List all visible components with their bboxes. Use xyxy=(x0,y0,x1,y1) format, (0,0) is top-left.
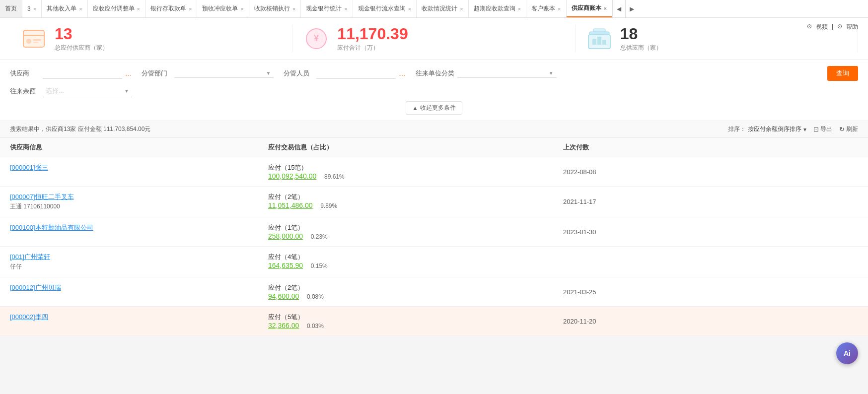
supplier-link-4[interactable]: [001]广州荣轩 xyxy=(10,253,50,261)
last-pay-1: 2022-08-08 xyxy=(563,168,858,176)
tx-amount-6[interactable]: 32,366.00 xyxy=(268,322,299,329)
person-label: 分管人员 xyxy=(284,69,313,78)
tx-info-1: 应付（15笔） 100,092,540.00 89.61% xyxy=(268,163,563,180)
nav-tab-customer-close[interactable]: × xyxy=(558,6,561,12)
supplier-dots-btn[interactable]: ... xyxy=(125,69,132,78)
export-btn[interactable]: ⊡ 导出 xyxy=(813,125,832,133)
nav-tab-overdue-label: 超期应收款查询 xyxy=(474,4,515,13)
filter-supplier: 供应商 ... xyxy=(10,68,132,79)
svg-rect-3 xyxy=(33,39,41,41)
category-select[interactable]: ▼ xyxy=(457,69,557,78)
results-summary: 搜索结果中，供应商13家 应付金额 111,703,854.00元 xyxy=(10,125,150,133)
table-row[interactable]: [000012]广州贝瑞 应付（2笔） 94,600.00 0.08% 2021… xyxy=(0,277,868,307)
search-button[interactable]: 查询 xyxy=(827,66,858,81)
nav-tab-prepay[interactable]: 预收冲应收单 × xyxy=(197,0,249,17)
payable-suppliers-number: 13 xyxy=(55,26,108,42)
col-header-last-pay: 上次付数 xyxy=(563,143,858,152)
nav-tab-cash-bank-flow-close[interactable]: × xyxy=(408,6,411,12)
refresh-icon: ↻ xyxy=(839,126,845,133)
supplier-link-2[interactable]: [000007]恒旺二手叉车 xyxy=(10,193,74,200)
sort-control: 排序： 按应付余额倒序排序 ▾ xyxy=(728,125,806,133)
tx-percent-4: 0.15% xyxy=(311,263,328,269)
nav-arrow-right[interactable]: ▶ xyxy=(625,0,638,17)
nav-tab-3[interactable]: 3 × xyxy=(22,0,42,17)
supplier-link-6[interactable]: [000002]李四 xyxy=(10,313,48,321)
tx-amount-5[interactable]: 94,600.00 xyxy=(268,292,299,300)
nav-tab-receive-verify[interactable]: 收款核销执行 × xyxy=(249,0,301,17)
nav-tab-overdue-close[interactable]: × xyxy=(518,6,521,12)
table-row[interactable]: [000001]张三 应付（15笔） 100,092,540.00 89.61%… xyxy=(0,157,868,187)
nav-tab-cash-bank-flow[interactable]: 现金银行流水查询 × xyxy=(353,0,417,17)
supplier-info-5: [000012]广州贝瑞 xyxy=(10,283,268,300)
nav-tab-other-income-close[interactable]: × xyxy=(79,6,82,12)
nav-arrow-left[interactable]: ◀ xyxy=(612,0,625,17)
nav-tab-bank-deposit[interactable]: 银行存取款单 × xyxy=(145,0,197,17)
nav-tab-bank-deposit-close[interactable]: × xyxy=(189,6,192,12)
video-link[interactable]: 视频 xyxy=(816,23,828,31)
table-row[interactable]: [001]广州荣轩 仔仔 应付（4笔） 164,635.90 0.15% xyxy=(0,247,868,277)
filter-category: 往来单位分类 ▼ xyxy=(416,69,557,78)
nav-tab-ap-adjust-label: 应收应付调整单 xyxy=(93,4,135,13)
nav-tab-ap-adjust[interactable]: 应收应付调整单 × xyxy=(88,0,145,17)
data-table: 供应商信息 应付交易信息（占比） 上次付数 [000001]张三 应付（15笔）… xyxy=(0,138,868,336)
sort-value[interactable]: 按应付余额倒序排序 xyxy=(748,125,801,133)
balance-select-arrow: ▼ xyxy=(124,88,129,94)
svg-point-2 xyxy=(26,39,31,44)
table-header-row: 供应商信息 应付交易信息（占比） 上次付数 xyxy=(0,138,868,157)
table-row[interactable]: [000002]李四 应付（5笔） 32,366.00 0.03% 2020-1… xyxy=(0,307,868,336)
nav-tab-home[interactable]: 首页 xyxy=(0,0,22,17)
nav-tab-other-income[interactable]: 其他收入单 × xyxy=(42,0,87,17)
help-link[interactable]: 帮助 xyxy=(846,23,858,31)
nav-tab-prepay-label: 预收冲应收单 xyxy=(202,4,238,13)
nav-tab-customer[interactable]: 客户账本 × xyxy=(526,0,566,17)
collapse-btn[interactable]: ▲ 收起更多条件 xyxy=(406,101,462,115)
filter-balance: 往来余额 选择... ▼ xyxy=(10,85,132,97)
category-label: 往来单位分类 xyxy=(416,69,454,78)
person-dots-btn[interactable]: ... xyxy=(399,69,405,78)
export-label: 导出 xyxy=(820,125,832,133)
total-suppliers-label: 总供应商（家） xyxy=(620,44,662,52)
supplier-input[interactable] xyxy=(43,68,122,79)
sort-label: 排序： xyxy=(728,125,746,133)
tx-amount-2[interactable]: 11,051,486.00 xyxy=(268,201,313,209)
tx-label-5: 应付（2笔） xyxy=(268,283,563,292)
nav-tab-supplier-account-label: 供应商账本 xyxy=(572,4,601,12)
tx-amount-3[interactable]: 258,000.00 xyxy=(268,232,303,240)
refresh-btn[interactable]: ↻ 刷新 xyxy=(839,125,858,133)
nav-tab-collect-stat[interactable]: 收款情况统计 × xyxy=(417,0,468,17)
supplier-link-1[interactable]: [000001]张三 xyxy=(10,164,48,171)
divider: | xyxy=(832,23,833,31)
person-input[interactable] xyxy=(316,68,396,79)
table-row[interactable]: [000100]本特勤油品有限公司 应付（1笔） 258,000.00 0.23… xyxy=(0,217,868,247)
stat-block-payable-total: ¥ 11,170.39 应付合计（万） xyxy=(292,25,575,53)
nav-tab-supplier-account-close[interactable]: × xyxy=(604,5,607,11)
supplier-link-5[interactable]: [000012]广州贝瑞 xyxy=(10,284,61,291)
tx-percent-2: 9.89% xyxy=(320,202,337,209)
payable-total-icon: ¥ xyxy=(302,25,330,53)
nav-tab-3-close[interactable]: × xyxy=(33,6,36,12)
supplier-link-3[interactable]: [000100]本特勤油品有限公司 xyxy=(10,224,93,231)
table-row[interactable]: [000007]恒旺二手叉车 王通 17106110000 应付（2笔） 11,… xyxy=(0,187,868,217)
balance-label: 往来余额 xyxy=(10,87,40,96)
supplier-info-1: [000001]张三 xyxy=(10,163,268,180)
nav-tab-prepay-close[interactable]: × xyxy=(240,6,243,12)
dept-select[interactable]: ▼ xyxy=(174,69,274,78)
filter-section: 供应商 ... 分管部门 ▼ 分管人员 ... 往来单位分类 ▼ xyxy=(0,60,868,121)
supplier-info-6: [000002]李四 xyxy=(10,313,268,329)
tx-amount-4[interactable]: 164,635.90 xyxy=(268,262,303,269)
nav-tab-supplier-account[interactable]: 供应商账本 × xyxy=(567,0,612,17)
video-icon: ⊙ xyxy=(807,23,812,31)
stats-header: 13 总应付供应商（家） ¥ 11,170.39 应付合计（万） xyxy=(0,18,868,60)
nav-tab-cash-bank-stat-close[interactable]: × xyxy=(344,6,347,12)
tx-label-6: 应付（5笔） xyxy=(268,313,563,322)
tx-amount-1[interactable]: 100,092,540.00 xyxy=(268,172,316,180)
nav-tab-ap-adjust-close[interactable]: × xyxy=(137,6,140,12)
balance-select[interactable]: 选择... ▼ xyxy=(43,85,132,97)
nav-tab-collect-stat-close[interactable]: × xyxy=(460,6,463,12)
supplier-info-3: [000100]本特勤油品有限公司 xyxy=(10,223,268,240)
nav-tab-receive-verify-close[interactable]: × xyxy=(292,6,295,12)
nav-tab-cash-bank-stat[interactable]: 现金银行统计 × xyxy=(301,0,353,17)
dept-label: 分管部门 xyxy=(142,69,171,78)
tx-info-6: 应付（5笔） 32,366.00 0.03% xyxy=(268,313,563,329)
nav-tab-overdue[interactable]: 超期应收款查询 × xyxy=(469,0,526,17)
